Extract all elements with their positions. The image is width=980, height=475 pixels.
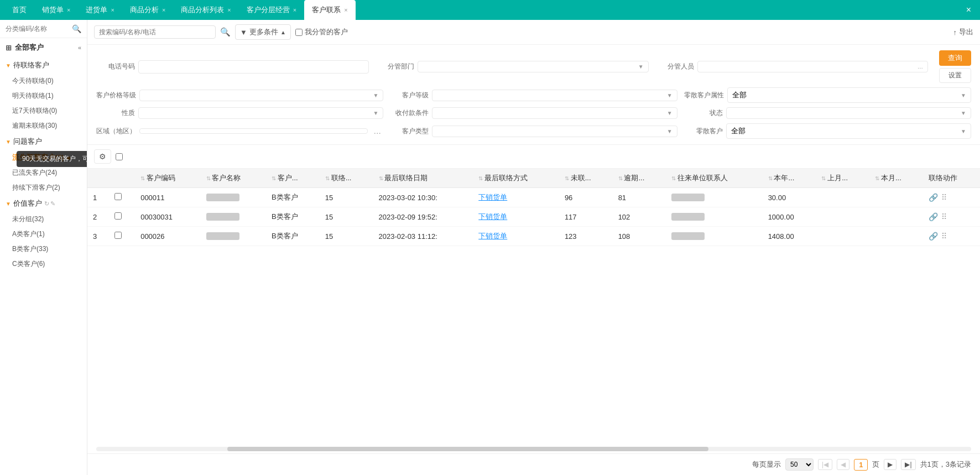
tab-product-analysis[interactable]: 商品分析 × xyxy=(122,0,173,20)
tab-customer-contact[interactable]: 客户联系 × xyxy=(304,0,355,20)
row-unlisted: 117 xyxy=(559,207,613,227)
row-checkbox[interactable] xyxy=(109,188,135,207)
my-customers-checkbox[interactable] xyxy=(295,29,303,36)
row-last-method[interactable]: 下销货单 xyxy=(473,227,559,246)
sidebar-item-declining[interactable]: 持续下滑客户(2) xyxy=(0,180,87,195)
sidebar-item-class-a[interactable]: A类客户(1) xyxy=(0,227,87,242)
tab-product-analysis-list[interactable]: 商品分析列表 × xyxy=(173,0,238,20)
link-icon[interactable]: 🔗 xyxy=(929,193,938,202)
sidebar-section-pending-contact[interactable]: ▼ 待联络客户 xyxy=(0,57,87,74)
row-contact-count: 15 xyxy=(320,207,373,227)
zero-attr-select[interactable]: 全部 ▼ xyxy=(727,87,971,103)
sidebar-item-7days-contact[interactable]: 近7天待联络(0) xyxy=(0,103,87,118)
grid-action-icon[interactable]: ⠿ xyxy=(941,193,947,202)
row-type: B类客户 xyxy=(266,227,320,246)
export-button[interactable]: ↑ 导出 xyxy=(953,27,974,37)
next-page-btn[interactable]: ▶ xyxy=(884,459,896,470)
row-last-method[interactable]: 下销货单 xyxy=(473,207,559,227)
dept-select[interactable]: ▼ xyxy=(418,61,648,72)
refresh-icon[interactable]: ↻ xyxy=(44,200,49,207)
close-app-btn[interactable]: × xyxy=(962,5,976,15)
grid-action-icon[interactable]: ⠿ xyxy=(941,232,947,241)
customer-type-select[interactable]: ▼ xyxy=(432,126,677,137)
row-checkbox[interactable] xyxy=(109,227,135,246)
sort-icon-cp: ⇅ xyxy=(671,175,677,181)
sidebar-item-ungrouped[interactable]: 未分组(32) xyxy=(0,212,87,227)
sort-icon-lm: ⇅ xyxy=(821,175,827,181)
sidebar-item-churned[interactable]: 已流失客户(24) xyxy=(0,165,87,180)
price-level-select[interactable]: ▼ xyxy=(139,90,383,101)
col-unlisted[interactable]: ⇅ 未联... xyxy=(559,169,613,188)
phone-input[interactable] xyxy=(138,60,369,74)
top-tab-bar: 首页 销货单 × 进货单 × 商品分析 × 商品分析列表 × 客户分层经营 × … xyxy=(0,0,980,20)
sidebar-item-class-c[interactable]: C类客户(6) xyxy=(0,257,87,272)
status-select[interactable]: ▼ xyxy=(726,107,971,119)
tab-close-product-analysis[interactable]: × xyxy=(162,7,165,13)
col-contact-person[interactable]: ⇅ 往来单位联系人 xyxy=(666,169,762,188)
tab-home[interactable]: 首页 xyxy=(4,0,34,20)
link-icon[interactable]: 🔗 xyxy=(929,232,938,241)
col-last-month[interactable]: ⇅ 上月... xyxy=(816,169,869,188)
first-page-btn[interactable]: |◀ xyxy=(818,459,832,470)
col-overdue[interactable]: ⇅ 逾期... xyxy=(613,169,666,188)
col-this-month[interactable]: ⇅ 本月... xyxy=(869,169,923,188)
row-num: 1 xyxy=(87,188,109,207)
grid-action-icon[interactable]: ⠿ xyxy=(941,212,947,221)
sort-icon-od: ⇅ xyxy=(618,175,624,181)
zero-customer-select[interactable]: 全部 ▼ xyxy=(726,123,971,139)
col-last-contact-date[interactable]: ⇅ 最后联络日期 xyxy=(373,169,473,188)
sidebar-section-problem-customers[interactable]: ▼ 问题客户 xyxy=(0,133,87,150)
sidebar-search-input[interactable] xyxy=(6,25,70,33)
col-last-contact-method[interactable]: ⇅ 最后联络方式 xyxy=(473,169,559,188)
link-icon[interactable]: 🔗 xyxy=(929,212,938,221)
col-contact[interactable]: ⇅ 联络... xyxy=(320,169,373,188)
tab-close-customer-contact[interactable]: × xyxy=(344,7,347,13)
tab-close-product-analysis-list[interactable]: × xyxy=(227,7,231,13)
col-type[interactable]: ⇅ 客户... xyxy=(266,169,320,188)
sidebar-item-tomorrow-contact[interactable]: 明天待联络(1) xyxy=(0,88,87,103)
row-last-date: 2023-02-09 19:52: xyxy=(373,207,473,227)
sidebar-section-value-customers[interactable]: ▼ 价值客户 ↻ ✎ xyxy=(0,195,87,212)
advanced-filter-panel: 电话号码 分管部门 ▼ 分管人员 … xyxy=(87,45,980,145)
tab-close-purchase-order[interactable]: × xyxy=(111,7,114,13)
tab-purchase-order[interactable]: 进货单 × xyxy=(78,0,122,20)
settings-button[interactable]: 设置 xyxy=(939,68,971,83)
search-button[interactable]: 🔍 xyxy=(220,27,231,37)
sidebar-search-bar[interactable]: 🔍 xyxy=(0,20,87,38)
more-conditions-button[interactable]: ▼ 更多条件 ▲ xyxy=(235,24,291,40)
table-settings-icon-btn[interactable]: ⚙ xyxy=(94,149,111,164)
row-last-method[interactable]: 下销货单 xyxy=(473,188,559,207)
sidebar-item-churn-warning[interactable]: 流失预警客户(3) ● xyxy=(0,150,87,165)
sidebar-all-customers[interactable]: ⊞ 全部客户 « xyxy=(0,38,87,57)
sidebar-item-today-contact[interactable]: 今天待联络(0) xyxy=(0,74,87,88)
region-select[interactable] xyxy=(139,128,368,134)
payment-select[interactable]: ▼ xyxy=(432,107,677,119)
tab-customer-layered[interactable]: 客户分层经营 × xyxy=(239,0,304,20)
sidebar-item-class-b[interactable]: B类客户(33) xyxy=(0,242,87,257)
row-contact-person xyxy=(666,207,762,227)
sidebar-item-overdue-contact[interactable]: 逾期未联络(30) xyxy=(0,118,87,133)
row-last-date: 2023-03-02 10:30: xyxy=(373,188,473,207)
col-name[interactable]: ⇅ 客户名称 xyxy=(201,169,266,188)
select-all-checkbox[interactable] xyxy=(116,153,123,160)
prev-page-btn[interactable]: ◀ xyxy=(837,459,849,470)
price-level-chevron: ▼ xyxy=(373,92,378,98)
my-customers-checkbox-label[interactable]: 我分管的客户 xyxy=(295,27,348,37)
last-page-btn[interactable]: ▶| xyxy=(901,459,915,470)
col-this-year[interactable]: ⇅ 本年... xyxy=(763,169,816,188)
per-page-select[interactable]: 50 20 100 xyxy=(785,458,814,471)
nature-select[interactable]: ▼ xyxy=(138,107,383,119)
staff-select[interactable]: … xyxy=(697,61,928,72)
row-checkbox[interactable] xyxy=(109,207,135,227)
customer-level-select[interactable]: ▼ xyxy=(432,90,677,101)
region-dots[interactable]: … xyxy=(371,127,383,135)
col-code[interactable]: ⇅ 客户编码 xyxy=(135,169,200,188)
horizontal-scrollbar[interactable] xyxy=(96,447,971,451)
query-button[interactable]: 查询 xyxy=(939,50,971,66)
tab-sales-order[interactable]: 销货单 × xyxy=(34,0,78,20)
search-input[interactable] xyxy=(94,25,216,39)
tab-close-customer-layered[interactable]: × xyxy=(293,7,296,13)
edit-icon[interactable]: ✎ xyxy=(50,200,55,207)
tab-close-sales-order[interactable]: × xyxy=(67,7,70,13)
scrollbar-thumb[interactable] xyxy=(227,447,708,451)
